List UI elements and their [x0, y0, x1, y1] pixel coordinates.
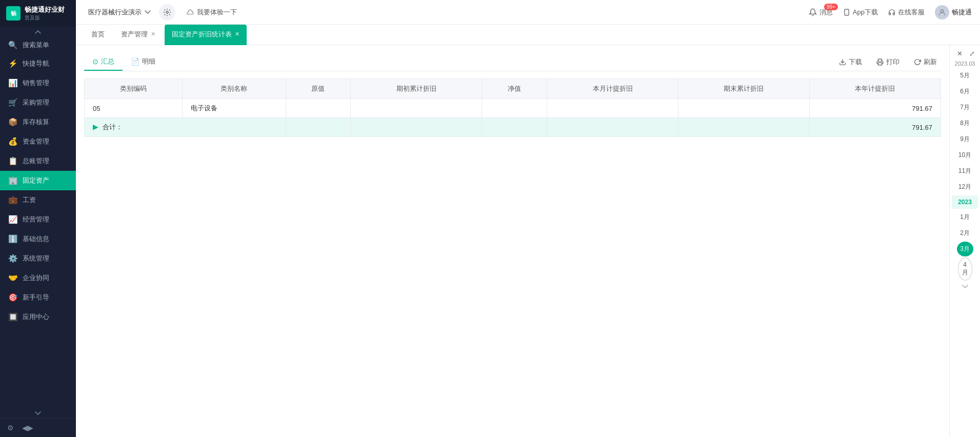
tab-home-label: 首页: [91, 30, 105, 39]
month-item-11[interactable]: 11月: [952, 164, 978, 178]
bell-icon: [809, 8, 817, 16]
search-icon: 🔍: [8, 41, 17, 50]
notifications-badge: 99+: [824, 4, 838, 10]
sidebar-item-app-center[interactable]: 🔲 应用中心: [0, 307, 76, 327]
app-name: 畅捷通好业财: [25, 5, 65, 14]
month-item-6[interactable]: 6月: [952, 84, 978, 99]
app-download-btn[interactable]: App下载: [843, 8, 878, 17]
col-header-ending-dep: 期末累计折旧: [678, 79, 810, 99]
sidebar-item-label: 搜索菜单: [23, 41, 49, 50]
current-date-label: 2023.03: [950, 59, 980, 68]
sub-tab-summary[interactable]: ⊙ 汇总: [84, 53, 123, 71]
cell-original: [286, 99, 351, 118]
sidebar-item-ledger[interactable]: 📋 总账管理: [0, 151, 76, 171]
sidebar-item-guide[interactable]: 🎯 新手引导: [0, 288, 76, 307]
close-panel-btn[interactable]: ✕: [954, 48, 965, 58]
month-item-12[interactable]: 12月: [952, 180, 978, 194]
table-header-row: 类别编码 类别名称 原值 期初累计折旧 净值 本月计提折旧 期末累计折旧 本年计…: [85, 79, 941, 99]
app-version: 普及版: [25, 14, 65, 22]
svg-point-0: [166, 11, 168, 13]
sidebar-item-cooperation[interactable]: 🤝 企业协同: [0, 268, 76, 288]
cell-ending-dep: [678, 99, 810, 118]
refresh-btn[interactable]: 刷新: [910, 55, 941, 69]
sidebar-item-funds[interactable]: 💰 资金管理: [0, 132, 76, 151]
purchase-icon: 🛒: [8, 98, 17, 107]
experience-btn[interactable]: 我要体验一下: [182, 6, 242, 19]
summary-monthly-dep: [547, 118, 678, 137]
user-profile-btn[interactable]: 畅捷通: [935, 5, 972, 19]
sidebar-item-fixed-assets[interactable]: 🏢 固定资产: [0, 171, 76, 190]
sidebar-item-payroll[interactable]: 💼 工资: [0, 190, 76, 210]
sidebar-scroll-up[interactable]: [0, 27, 76, 36]
collapse-icon[interactable]: ◀▶: [22, 424, 33, 432]
expand-icon[interactable]: ▶: [93, 123, 98, 131]
tab-home[interactable]: 首页: [84, 25, 112, 45]
sidebar-item-basic-info[interactable]: ℹ️ 基础信息: [0, 229, 76, 249]
settings-icon[interactable]: ⚙: [7, 424, 14, 432]
company-selector[interactable]: 医疗器械行业演示: [84, 6, 155, 19]
operations-icon: 📈: [8, 215, 17, 224]
svg-rect-1: [845, 9, 849, 15]
sub-tab-summary-label: 汇总: [101, 57, 114, 66]
sub-tab-detail-label: 明细: [142, 57, 155, 66]
tab-depreciation-label: 固定资产折旧统计表: [172, 30, 232, 39]
panel-scroll-down[interactable]: [950, 281, 980, 292]
cloud-icon: [187, 9, 194, 16]
tab-asset-manage[interactable]: 资产管理 ✕: [114, 25, 163, 45]
month-item-10[interactable]: 10月: [952, 148, 978, 163]
month-item-9[interactable]: 9月: [952, 132, 978, 147]
notifications-btn[interactable]: 消息 99+: [809, 8, 833, 17]
fixed-assets-icon: 🏢: [8, 176, 17, 185]
online-service-label: 在线客服: [898, 8, 925, 17]
sidebar-footer: ⚙ ◀▶: [0, 418, 76, 437]
tab-depreciation-table[interactable]: 固定资产折旧统计表 ✕: [165, 25, 247, 45]
username-label: 畅捷通: [952, 8, 972, 17]
summary-net-value: [482, 118, 547, 137]
col-header-net-value: 净值: [482, 79, 547, 99]
download-btn[interactable]: 下载: [835, 55, 866, 69]
app-center-icon: 🔲: [8, 312, 17, 322]
month-list: 5月 6月 7月 8月 9月 10月 11月 12月 2023 1月 2月 3月…: [950, 68, 980, 281]
sidebar-item-operations[interactable]: 📈 经营管理: [0, 210, 76, 229]
expand-panel-btn[interactable]: ⤢: [967, 48, 977, 58]
year-badge-2023: 2023: [952, 195, 978, 209]
topbar-settings-btn[interactable]: [159, 4, 175, 21]
online-service-btn[interactable]: 在线客服: [888, 8, 925, 17]
summary-ending-dep: [678, 118, 810, 137]
sidebar-header: 畅 畅捷通好业财 普及版: [0, 0, 76, 27]
tab-depreciation-close[interactable]: ✕: [235, 31, 239, 37]
col-header-initial-dep: 期初累计折旧: [351, 79, 482, 99]
cooperation-icon: 🤝: [8, 273, 17, 283]
sidebar-item-search[interactable]: 🔍 搜索菜单: [0, 36, 76, 54]
print-btn[interactable]: 打印: [872, 55, 904, 69]
sidebar-item-inventory[interactable]: 📦 库存核算: [0, 112, 76, 132]
refresh-label: 刷新: [924, 57, 937, 67]
refresh-icon: [914, 58, 921, 66]
sidebar-item-purchase[interactable]: 🛒 采购管理: [0, 93, 76, 112]
sidebar-item-sales[interactable]: 📊 销售管理: [0, 73, 76, 93]
sub-tab-detail[interactable]: 📄 明细: [123, 53, 164, 71]
cell-annual-dep: 791.67: [809, 99, 941, 118]
month-item-5[interactable]: 5月: [952, 68, 978, 83]
month-item-1[interactable]: 1月: [952, 210, 978, 225]
avatar: [935, 5, 949, 19]
experience-label: 我要体验一下: [197, 8, 237, 17]
table-row[interactable]: 05 电子设备 791.67: [85, 99, 941, 118]
month-item-3[interactable]: 3月: [957, 242, 973, 256]
table-toolbar: 下载 打印 刷新: [835, 55, 941, 69]
sidebar-scroll-down[interactable]: [0, 408, 76, 418]
sidebar-item-system[interactable]: ⚙️ 系统管理: [0, 249, 76, 268]
col-header-name: 类别名称: [183, 79, 286, 99]
col-header-annual-dep: 本年计提折旧: [809, 79, 941, 99]
tab-asset-manage-close[interactable]: ✕: [151, 31, 155, 37]
summary-label-cell: ▶ 合计：: [85, 118, 286, 137]
tab-asset-manage-label: 资产管理: [121, 30, 148, 39]
month-item-2[interactable]: 2月: [952, 226, 978, 241]
cell-code: 05: [85, 99, 183, 118]
month-item-7[interactable]: 7月: [952, 100, 978, 115]
quick-nav-icon: ⚡: [8, 59, 17, 68]
month-item-8[interactable]: 8月: [952, 116, 978, 131]
month-item-4[interactable]: 4月: [958, 257, 972, 281]
sidebar-item-quick-nav[interactable]: ⚡ 快捷导航: [0, 54, 76, 73]
headset-icon: [888, 9, 895, 16]
